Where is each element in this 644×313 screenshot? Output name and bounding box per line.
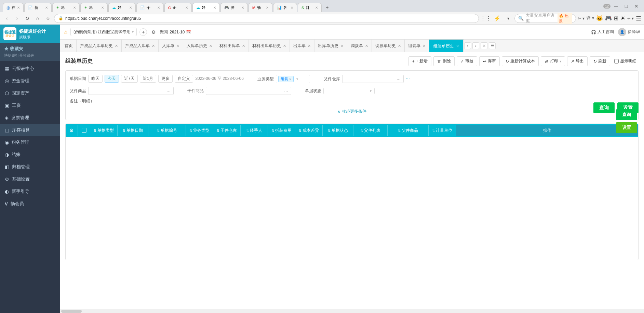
tab-material-outbound-hist[interactable]: 材料出库单历史 ✕ [249,40,290,52]
date-btn-custom[interactable]: 自定义 [175,75,193,83]
recalculate-btn[interactable]: ↻ 重新计算成本 [502,56,539,66]
tab-prod-inbound-hist[interactable]: 产成品入库单历史 ✕ [77,40,122,52]
settings-float-btn[interactable]: 设置 [616,122,637,133]
sidebar-item-inventory[interactable]: ◫ 库存核算 [0,124,60,136]
tab-close-7[interactable]: ✕ [185,6,188,10]
browser-tab-5[interactable]: ☁ 好 ✕ [108,3,136,12]
sidebar-item-invoice-mgmt[interactable]: ◈ 发票管理 [0,112,60,124]
sidebar-item-salary[interactable]: ▣ 工资 [0,99,60,112]
th-num[interactable]: ⇅ 单据编号 [148,125,186,136]
tab-prod-inbound[interactable]: 产成品入库单 ✕ [122,40,159,52]
th-handler[interactable]: ⇅ 经手人 [241,125,268,136]
company-selector[interactable]: (勿删勿禁用) 江西服宝测试专用 ▾ [70,28,137,36]
th-warehouse[interactable]: ⇅ 子件仓库 [213,125,241,136]
tab-close[interactable]: ✕ [422,44,426,48]
th-checkbox[interactable] [78,125,90,136]
tab-close[interactable]: ✕ [365,44,368,48]
biz-type-input[interactable]: 组装 × ▾ [276,75,310,83]
date-btn-1month[interactable]: 近1月 [140,75,157,83]
user-section[interactable]: 👤 徐泽华 [618,28,640,36]
browser-dropdown[interactable]: ▾ [504,14,512,23]
help-btn[interactable]: 🎧 人工咨询 [591,29,614,35]
nav-bookmark[interactable]: ☆ [44,14,52,23]
export-btn[interactable]: ↗ 导出 [567,56,588,66]
tab-close-9[interactable]: ✕ [241,6,244,10]
date-btn-more[interactable]: 更多 [158,75,173,83]
scrollbar-thumb[interactable] [61,310,82,313]
tab-outbound[interactable]: 出库单 ✕ [290,40,314,52]
order-status-select[interactable]: ▾ [323,88,375,94]
tab-close-6[interactable]: ✕ [157,6,160,10]
browser-tab-3[interactable]: ✦ 易 ✕ [52,3,80,12]
tab-transfer-hist[interactable]: 调拨单历史 ✕ [372,40,405,52]
tab-close[interactable]: ✕ [283,44,286,48]
tab-close[interactable]: ✕ [152,44,155,48]
tab-outbound-hist[interactable]: 出库单历史 ✕ [314,40,347,52]
tab-options[interactable]: ☰ [489,42,496,49]
tab-close-8[interactable]: ✕ [213,6,216,10]
sidebar-item-fixed-assets[interactable]: ⬡ 固定资产 [0,87,60,99]
sidebar-item-guide[interactable]: ◐ 新手引导 [0,185,60,198]
tab-material-outbound[interactable]: 材料出库单 ✕ [216,40,249,52]
nav-home[interactable]: ⌂ [33,14,42,23]
nav-forward[interactable]: › [13,14,21,23]
browser-tab-12[interactable]: S 目 ✕ [298,3,322,12]
date-btn-today[interactable]: 今天 [105,75,119,83]
brightness-btn[interactable]: ☀ [620,15,625,22]
tab-home[interactable]: 首页 [61,40,77,52]
refresh-btn[interactable]: ↻ 刷新 [590,56,610,66]
grid-btn[interactable]: ⊞ [614,15,618,22]
browser-tab-9[interactable]: 🎮 腾 ✕ [220,3,248,12]
browser-tab-11[interactable]: 📊 各 ✕ [273,3,297,12]
window-minimize[interactable]: ─ [611,1,621,11]
th-status[interactable]: ⇅ 单据状态 [323,125,353,136]
tab-close-1[interactable]: ✕ [17,6,20,10]
parent-warehouse-ellipsis[interactable]: ··· [397,76,401,82]
favorites-title[interactable]: ★ 收藏夹 [4,46,56,52]
browser-tab-1[interactable]: ◎ 在 ✕ [3,3,24,12]
tab-close[interactable]: ✕ [242,44,245,48]
tab-close[interactable]: ✕ [398,44,401,48]
parent-goods-ellipsis[interactable]: ··· [166,88,171,94]
translate-btn[interactable]: 译 ▾ [587,15,594,21]
tab-transfer[interactable]: 调拨单 ✕ [347,40,372,52]
tab-close-10[interactable]: ✕ [266,6,269,10]
query-btn[interactable]: 查询 [593,102,615,113]
show-detail-checkbox[interactable] [614,59,619,63]
tab-assembly-hist-active[interactable]: 组装单历史 ✕ [429,40,464,52]
tab-close[interactable]: ✕ [308,44,311,48]
scissors-btn[interactable]: ✂ ▾ [578,16,585,21]
parent-warehouse-input[interactable]: ··· [342,75,404,83]
tab-close-2[interactable]: ✕ [45,6,48,10]
settings-btn[interactable]: ⚙ [150,28,157,36]
th-type[interactable]: ⇅ 单据类型 [90,125,118,136]
window-close[interactable]: ✕ [632,1,641,11]
nav-tab-scroll-left[interactable]: ‹ [464,42,471,49]
tab-close-11[interactable]: ✕ [291,6,293,10]
collapse-bar[interactable]: ∧ 收起更多条件 [70,107,634,116]
child-goods-ellipsis[interactable]: ··· [284,88,288,94]
tab-close[interactable]: ✕ [340,44,344,48]
game-btn[interactable]: 🎮 [605,15,612,22]
tab-close-all[interactable]: ✕ [481,42,487,49]
sidebar-item-fund-mgmt[interactable]: ◎ 资金管理 [0,75,60,87]
sidebar-item-vip[interactable]: V 畅会员 [0,198,60,210]
tab-close-4[interactable]: ✕ [101,6,104,10]
th-unit[interactable]: ⇅ 计量单位 [429,125,456,136]
th-settings[interactable]: ⚙ [66,125,78,136]
browser-tab-7[interactable]: C 企 ✕ [164,3,192,12]
th-parentgoods[interactable]: ⇅ 父件商品 [388,125,429,136]
new-tab-btn[interactable]: + [322,3,332,12]
tag-close-icon[interactable]: × [289,77,291,81]
browser-apps-btn[interactable]: ⋮⋮ [481,14,491,23]
th-costdiff[interactable]: ⇅ 成本差异 [295,125,323,136]
sidebar-item-checkout[interactable]: ◑ 结账 [0,148,60,161]
lightning-btn[interactable]: ⚡ [493,14,502,23]
add-company-btn[interactable]: + [139,28,147,36]
browser-tab-6[interactable]: 📄 个 ✕ [136,3,164,12]
browser-tab-2[interactable]: 📄 新 ✕ [24,3,52,12]
tab-close[interactable]: ✕ [176,44,179,48]
tab-inbound-hist[interactable]: 入库单历史 ✕ [183,40,216,52]
th-date[interactable]: ⇅ 单据日期 [118,125,148,136]
th-disassemble[interactable]: ⇅ 拆装费用 [268,125,295,136]
